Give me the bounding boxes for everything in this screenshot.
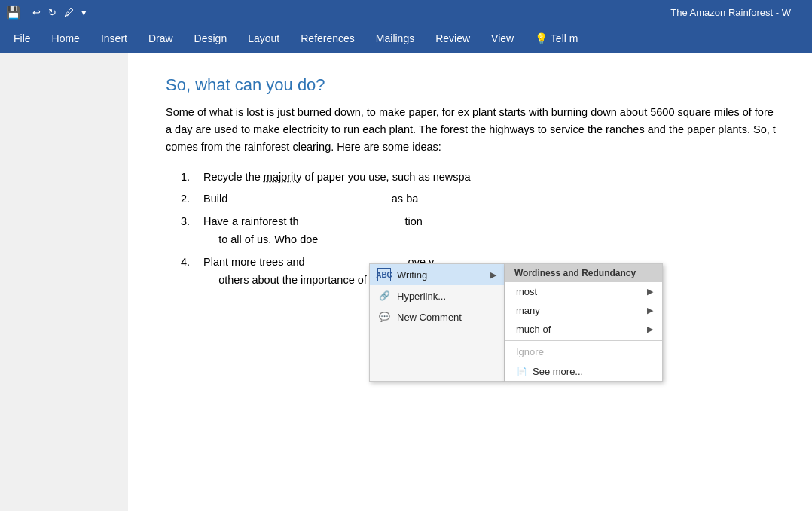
list-text: Build as ba bbox=[203, 190, 418, 208]
writing-arrow: ▶ bbox=[490, 270, 496, 280]
submenu-most[interactable]: most ▶ bbox=[505, 282, 662, 301]
submenu-much-of[interactable]: much of ▶ bbox=[505, 320, 662, 339]
submenu-separator bbox=[505, 340, 662, 341]
submenu-ignore: Ignore bbox=[505, 342, 662, 361]
menu-layout[interactable]: Layout bbox=[237, 28, 290, 49]
menu-home[interactable]: Home bbox=[41, 28, 90, 49]
writing-label: Writing bbox=[397, 269, 484, 281]
writing-icon: ABC bbox=[377, 268, 391, 281]
context-menu-hyperlink[interactable]: 🔗 Hyperlink... bbox=[370, 285, 504, 306]
hyperlink-label: Hyperlink... bbox=[397, 290, 496, 302]
context-menu-layer: ABC Writing ▶ 🔗 Hyperlink... 💬 New Comme… bbox=[369, 263, 663, 382]
document-page: So, what can you do? Some of what is los… bbox=[128, 53, 812, 511]
quick-access-toolbar: ↩ ↻ 🖊 ▾ bbox=[30, 5, 89, 20]
new-comment-label: New Comment bbox=[397, 312, 496, 323]
see-more-label: See more... bbox=[533, 366, 653, 377]
submenu-see-more[interactable]: 📄 See more... bbox=[505, 361, 662, 381]
most-label: most bbox=[516, 286, 643, 297]
much-of-arrow: ▶ bbox=[647, 324, 653, 334]
document-body: Some of what is lost is just burned down… bbox=[166, 104, 778, 157]
submenu-many[interactable]: many ▶ bbox=[505, 301, 662, 320]
list-text: Recycle the majority of paper you use, s… bbox=[203, 169, 471, 187]
highlighted-word: majority bbox=[264, 171, 302, 183]
context-menu-primary: ABC Writing ▶ 🔗 Hyperlink... 💬 New Comme… bbox=[369, 263, 505, 382]
menu-bar: File Home Insert Draw Design Layout Refe… bbox=[0, 24, 812, 53]
window-title: The Amazon Rainforest - W bbox=[89, 7, 806, 18]
hyperlink-icon: 🔗 bbox=[377, 289, 391, 303]
context-menu-writing[interactable]: ABC Writing ▶ bbox=[370, 264, 504, 285]
list-number: 4. bbox=[181, 254, 194, 290]
see-more-icon: 📄 bbox=[516, 365, 528, 377]
title-bar-left: 💾 ↩ ↻ 🖊 ▾ bbox=[6, 5, 89, 20]
list-item: 2. Build as ba bbox=[181, 190, 778, 208]
list-text: Have a rainforest th tion to all of us. … bbox=[203, 213, 423, 249]
title-bar: 💾 ↩ ↻ 🖊 ▾ The Amazon Rainforest - W bbox=[0, 0, 812, 24]
ignore-label: Ignore bbox=[516, 346, 653, 357]
list-item: 1. Recycle the majority of paper you use… bbox=[181, 169, 778, 187]
many-arrow: ▶ bbox=[647, 306, 653, 315]
menu-mailings[interactable]: Mailings bbox=[365, 28, 425, 49]
many-label: many bbox=[516, 305, 643, 316]
menu-insert[interactable]: Insert bbox=[90, 28, 138, 49]
document-heading: So, what can you do? bbox=[166, 75, 778, 95]
document-wrapper: So, what can you do? Some of what is los… bbox=[128, 53, 812, 511]
much-of-label: much of bbox=[516, 324, 643, 335]
list-number: 1. bbox=[181, 169, 194, 187]
list-number: 2. bbox=[181, 190, 194, 208]
content-area: So, what can you do? Some of what is los… bbox=[0, 53, 812, 511]
custom-icon[interactable]: 🖊 bbox=[62, 5, 76, 20]
context-menu-new-comment[interactable]: 💬 New Comment bbox=[370, 306, 504, 327]
menu-draw[interactable]: Draw bbox=[138, 28, 184, 49]
menu-references[interactable]: References bbox=[290, 28, 365, 49]
menu-review[interactable]: Review bbox=[425, 28, 481, 49]
menu-tell-me[interactable]: 💡 Tell m bbox=[524, 28, 588, 49]
dropdown-icon[interactable]: ▾ bbox=[79, 5, 89, 20]
list-number: 3. bbox=[181, 213, 194, 249]
menu-view[interactable]: View bbox=[481, 28, 524, 49]
menu-design[interactable]: Design bbox=[184, 28, 238, 49]
list-item: 3. Have a rainforest th tion to all of u… bbox=[181, 213, 778, 249]
submenu-header: Wordiness and Redundancy bbox=[505, 264, 662, 282]
new-comment-icon: 💬 bbox=[377, 310, 391, 324]
redo-icon[interactable]: ↻ bbox=[46, 5, 59, 20]
undo-button[interactable]: ↩ bbox=[30, 5, 43, 20]
context-menu-submenu: Wordiness and Redundancy most ▶ many ▶ m… bbox=[505, 263, 663, 382]
save-icon[interactable]: 💾 bbox=[6, 5, 21, 20]
most-arrow: ▶ bbox=[647, 287, 653, 297]
left-sidebar bbox=[0, 53, 128, 511]
menu-file[interactable]: File bbox=[3, 28, 41, 49]
